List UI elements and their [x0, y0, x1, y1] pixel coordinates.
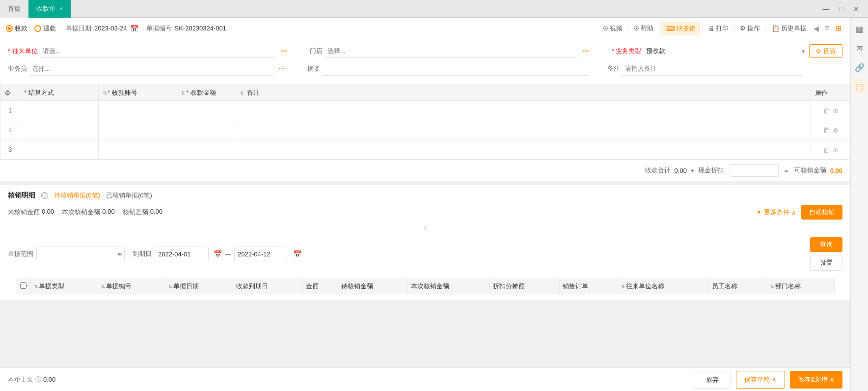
radio-tuikuan-label[interactable]: 退款: [43, 24, 56, 33]
number-value: SK-20230324-001: [175, 25, 227, 32]
save-new-label: 保存&新增: [798, 375, 828, 384]
row-amount-3[interactable]: [177, 140, 236, 160]
shortcut-btn[interactable]: ⌨ 快捷键: [661, 22, 700, 35]
row-account-2[interactable]: [99, 120, 177, 140]
summary-label: 摘要: [307, 64, 320, 73]
th-store: ⇅部门名称: [767, 279, 834, 294]
table-section: ⚙ * 结算方式 ⇅* 收款账号 ⇅* 收款金额 ⇅: [0, 85, 850, 160]
row-account-1[interactable]: [99, 101, 177, 120]
row-settlement-3[interactable]: [20, 140, 99, 160]
bottom-table: ⇅单据类型 ⇅单据编号 ⇅单据日期 收款到期日 金额 待核销金额 本次核销金额 …: [16, 279, 835, 294]
total-value: 0.00: [675, 167, 687, 174]
pending-tab[interactable]: 待核销单据(0笔): [54, 191, 100, 200]
layout-list[interactable]: ≡: [822, 22, 832, 34]
help-icon: ⊙: [634, 25, 639, 32]
store-dots-btn[interactable]: ···: [579, 47, 592, 56]
abandon-btn[interactable]: 放弃: [694, 371, 731, 389]
summary-input[interactable]: [322, 62, 587, 76]
staff-dots-btn[interactable]: ···: [275, 64, 288, 73]
delete-icon-2[interactable]: 🗑: [823, 126, 830, 134]
row-settlement-2[interactable]: [20, 120, 99, 140]
radio-tuikuan[interactable]: [34, 25, 41, 32]
row-amount-2[interactable]: [177, 120, 236, 140]
counterpart-input[interactable]: [40, 44, 276, 58]
date-from-input[interactable]: [155, 247, 209, 261]
th-amount: ⇅* 收款金额: [177, 85, 236, 101]
staff-input[interactable]: [29, 62, 273, 76]
equal-sign: =: [785, 167, 788, 174]
settings-btn[interactable]: ⚙ 设置: [809, 44, 842, 58]
auto-writeoff-btn[interactable]: 自动核销: [801, 205, 842, 220]
more-conditions-label: 更多条件: [764, 208, 789, 217]
row-remark-3[interactable]: [236, 140, 811, 160]
calendar-icon[interactable]: 📅: [130, 25, 138, 32]
tab-close-icon[interactable]: ×: [59, 5, 63, 12]
settings-outline-btn[interactable]: 设置: [810, 255, 842, 271]
bottom-table-section: ⇅单据类型 ⇅单据编号 ⇅单据日期 收款到期日 金额 待核销金额 本次核销金额 …: [8, 279, 842, 294]
operation-btn[interactable]: ⚙ 操作: [736, 22, 764, 35]
info-icon[interactable]: ⓘ: [41, 192, 48, 199]
draft-label: 保存草稿: [744, 375, 770, 384]
remark-label: 备注: [607, 64, 620, 73]
writeoff-header: 核销明细 ⓘ 待核销单据(0笔) 已核销单据(0笔): [8, 191, 842, 200]
row-account-3[interactable]: [99, 140, 177, 160]
th-gear[interactable]: ⚙: [0, 85, 20, 101]
query-btn[interactable]: 查询: [810, 237, 842, 252]
layout-grid[interactable]: ⊞: [832, 22, 844, 34]
tab-current[interactable]: 收款单 ×: [28, 0, 71, 18]
row-remark-1[interactable]: [236, 101, 811, 120]
number-field: 单据编号 SK-20230324-001: [146, 24, 227, 33]
counterpart-label: * 往来单位: [8, 47, 38, 56]
history-btn[interactable]: 📋 历史单据: [768, 22, 811, 35]
nav-left[interactable]: ◀: [812, 24, 821, 33]
sidebar-table-icon[interactable]: ▦: [853, 22, 866, 37]
calendar-to-icon[interactable]: 📅: [293, 250, 301, 258]
maximize-btn[interactable]: □: [837, 4, 846, 14]
tab-home[interactable]: 首页: [0, 0, 28, 18]
row-settlement-1[interactable]: [20, 101, 99, 120]
video-btn[interactable]: ⊙ 视频: [599, 22, 626, 35]
row-action-2: 🗑 ⊕: [811, 120, 850, 140]
draft-btn[interactable]: 保存草稿 ∧: [736, 371, 785, 389]
settings-label: 设置: [823, 47, 836, 56]
toolbar: 收款 退款 单据日期 2023-03-24 📅 单据编号 SK-20230324…: [0, 18, 850, 39]
copy-icon-2[interactable]: ⊕: [833, 126, 839, 134]
dropdown-arrow-icon[interactable]: ▾: [802, 48, 809, 55]
delete-icon-1[interactable]: 🗑: [823, 107, 830, 114]
row-amount-1[interactable]: [177, 101, 236, 120]
remark-input[interactable]: [622, 62, 803, 76]
discount-input[interactable]: [730, 164, 779, 177]
calendar-from-icon[interactable]: 📅: [214, 250, 222, 258]
help-btn[interactable]: ⊙ 帮助: [630, 22, 657, 35]
number-label: 单据编号: [146, 24, 172, 33]
minimize-btn[interactable]: —: [820, 4, 833, 14]
copy-icon-3[interactable]: ⊕: [833, 146, 839, 154]
close-btn[interactable]: ✕: [850, 4, 862, 14]
gear-icon: ⚙: [815, 48, 821, 55]
counterpart-field: * 往来单位 ···: [8, 44, 290, 58]
sidebar-expand-icon[interactable]: ⬚: [853, 79, 866, 94]
more-conditions-btn[interactable]: ▼ 更多条件 ∧: [756, 208, 796, 217]
tab-bar: 首页 收款单 × — □ ✕: [0, 0, 868, 18]
writeoff-section: 核销明细 ⓘ 待核销单据(0笔) 已核销单据(0笔) 未核销金额 0.00 本次…: [0, 185, 850, 300]
sidebar-link-icon[interactable]: 🔗: [852, 60, 868, 75]
select-all-checkbox[interactable]: [20, 282, 27, 289]
save-new-btn[interactable]: 保存&新增 ∧: [790, 371, 842, 389]
radio-shoukuan[interactable]: [6, 25, 13, 32]
range-select[interactable]: [36, 247, 125, 261]
radio-shoukuan-label[interactable]: 收款: [15, 24, 27, 33]
row-remark-2[interactable]: [236, 120, 811, 140]
staff-label: 业务员: [8, 64, 27, 73]
store-input[interactable]: [325, 44, 577, 58]
form-row-1: * 往来单位 ··· 门店 ··· * 业务类型 预收款 ▾ ⚙ 设置: [8, 44, 842, 58]
form-area: * 往来单位 ··· 门店 ··· * 业务类型 预收款 ▾ ⚙ 设置: [0, 39, 850, 85]
copy-icon-1[interactable]: ⊕: [833, 107, 839, 114]
date-to-input[interactable]: [234, 247, 288, 261]
filter-icon: ▼: [756, 209, 762, 216]
th-checkbox[interactable]: [16, 279, 31, 294]
counterpart-dots-btn[interactable]: ···: [277, 47, 290, 56]
sidebar-mail-icon[interactable]: ✉: [853, 41, 866, 56]
done-tab[interactable]: 已核销单据(0笔): [106, 191, 152, 200]
print-btn[interactable]: 🖨 打印: [704, 22, 732, 35]
delete-icon-3[interactable]: 🗑: [823, 146, 830, 154]
